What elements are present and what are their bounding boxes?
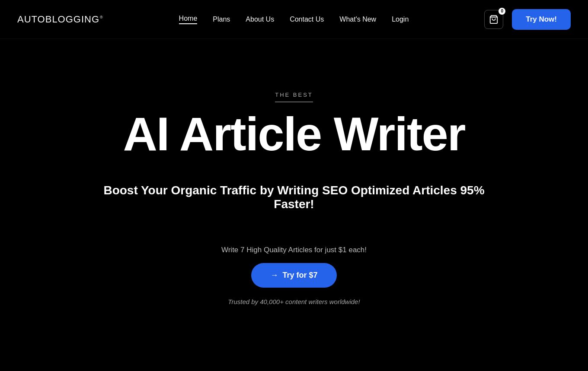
hero-title: AI Article Writer: [123, 110, 465, 158]
main-nav: Home Plans About Us Contact Us What's Ne…: [179, 15, 409, 24]
trusted-text: Trusted by 40,000+ content writers world…: [228, 298, 360, 305]
logo-sup: ®: [100, 15, 103, 19]
try-cta-label: Try for $7: [282, 271, 317, 280]
nav-about[interactable]: About Us: [246, 16, 274, 23]
header-right: 0 Try Now!: [484, 9, 571, 30]
hero-subtitle: Boost Your Organic Traffic by Writing SE…: [99, 184, 489, 211]
header: AUTOBLOGGING® Home Plans About Us Contac…: [0, 0, 588, 39]
nav-login[interactable]: Login: [392, 16, 409, 23]
try-now-button[interactable]: Try Now!: [512, 9, 571, 30]
hero-eyebrow: THE BEST: [275, 92, 313, 102]
nav-home[interactable]: Home: [179, 15, 198, 24]
arrow-icon: →: [270, 271, 278, 280]
nav-contact[interactable]: Contact Us: [290, 16, 324, 23]
hero-section: THE BEST AI Article Writer Boost Your Or…: [0, 0, 588, 371]
try-cta-button[interactable]: → Try for $7: [251, 263, 336, 288]
logo[interactable]: AUTOBLOGGING®: [17, 14, 103, 25]
cart-button[interactable]: 0: [484, 10, 503, 29]
logo-name: AUTOBLOGGING: [17, 14, 99, 25]
logo-text: AUTOBLOGGING®: [17, 14, 103, 25]
hero-write-text: Write 7 High Quality Articles for just $…: [221, 246, 367, 254]
nav-plans[interactable]: Plans: [213, 16, 230, 23]
cart-icon: [489, 15, 499, 24]
nav-whats-new[interactable]: What's New: [339, 16, 376, 23]
cart-badge: 0: [499, 8, 505, 15]
